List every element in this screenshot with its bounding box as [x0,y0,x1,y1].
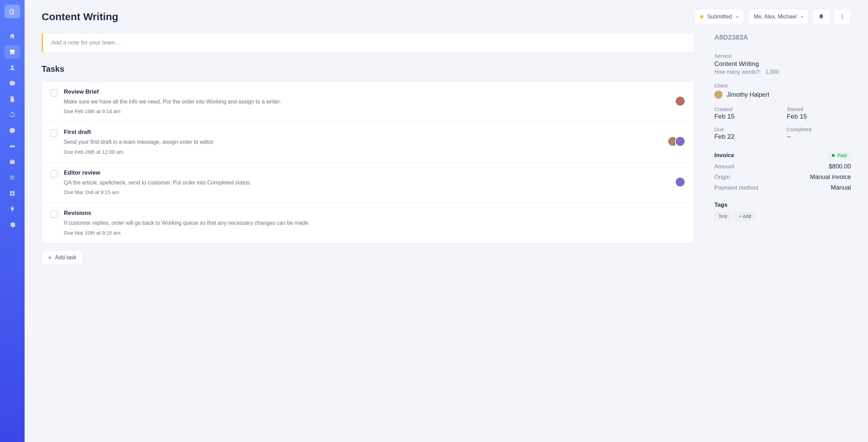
tags-row: Test+ Add [714,212,851,221]
invoice-status-badge: Paid [828,151,851,160]
add-task-label: Add task [55,254,76,261]
nav-chat[interactable] [4,77,20,90]
task-desc: Make sure we have all the info we need. … [64,98,669,106]
amount-label: Amount [714,163,734,170]
plug-icon [9,206,16,212]
more-menu-button[interactable] [834,9,851,25]
due-value: Feb 22 [714,133,779,140]
task-desc: If customer replies, order will go back … [64,219,679,227]
task-due: Due Feb 16th at 9:14 am [64,108,669,114]
app-logo[interactable] [4,5,20,18]
nav-list[interactable] [4,171,20,184]
assignee-avatar [675,136,685,147]
nav-deals[interactable] [4,139,20,153]
home-icon [9,33,16,40]
assignees-filter[interactable]: Me, Alex, Michael ▾ [748,9,809,25]
nav-inbox[interactable] [4,45,20,59]
task-due: Due Feb 28th at 12:00 am [64,149,661,155]
dots-vertical-icon [839,14,845,20]
nav-briefcase[interactable] [4,155,20,169]
page-title: Content Writing [42,11,118,23]
task-title: First draft [64,129,661,136]
svg-point-2 [842,18,843,19]
created-value: Feb 15 [714,113,779,120]
client-name: Jimothy Halpert [727,91,769,98]
task-due: Due Mar 2nd at 9:15 am [64,189,669,195]
task-desc: QA the article, spellcheck, send to cust… [64,179,669,187]
nav-integrations[interactable] [4,202,20,216]
tasks-list: Review BriefMake sure we have all the in… [42,81,694,244]
amount-value: $800.00 [829,163,851,170]
briefcase-icon [9,158,16,165]
task-body: Review BriefMake sure we have all the in… [64,88,669,114]
task-avatars [668,129,685,147]
tag-chip[interactable]: Test [714,212,731,221]
task-checkbox[interactable] [50,129,58,137]
arrow-right-icon [9,8,16,15]
task-title: Review Brief [64,88,669,95]
order-id: A8D2383A [714,33,851,41]
nav-dashboard[interactable] [4,187,20,200]
payment-method-value: Manual [831,184,851,191]
refresh-icon [9,111,16,118]
badge-icon [9,127,16,134]
client-avatar [714,91,723,99]
started-value: Feb 15 [787,113,851,120]
tags-label: Tags [714,202,851,208]
task-avatars [675,169,685,187]
add-tag-button[interactable]: + Add [735,212,755,221]
completed-label: Completed [787,126,851,132]
bell-icon [818,14,824,20]
task-body: First draftSend your first draft in a te… [64,129,661,154]
task-row: Review BriefMake sure we have all the in… [42,82,694,122]
task-desc: Send your first draft in a team message,… [64,138,661,146]
task-row: Editor reviewQA the article, spellcheck,… [42,163,694,203]
origin-label: Origin [714,174,730,181]
grid-icon [9,190,16,197]
nav-home[interactable] [4,29,20,43]
inbox-icon [9,49,16,55]
task-body: RevisionsIf customer replies, order will… [64,210,679,235]
nav-settings[interactable] [4,218,20,232]
nav-sidebar [0,0,25,442]
header-actions: Submitted ▾ Me, Alex, Michael ▾ [694,9,851,25]
svg-point-1 [842,16,843,17]
created-label: Created [714,106,779,112]
handshake-icon [9,143,16,150]
service-value: Content Writing [714,60,851,68]
task-checkbox[interactable] [50,170,58,178]
notifications-button[interactable] [813,9,830,25]
nav-files[interactable] [4,92,20,106]
origin-value: Manual invoice [810,174,851,181]
nav-profile[interactable] [4,61,20,74]
assignees-filter-label: Me, Alex, Michael [754,14,797,20]
completed-value: -- [787,133,851,140]
add-task-button[interactable]: + Add task [42,250,83,265]
person-icon [9,64,16,71]
started-label: Started [787,106,851,112]
status-filter-label: Submitted [708,14,732,20]
list-icon [9,174,16,181]
nav-sync[interactable] [4,108,20,122]
invoice-label: Invoice [714,152,734,159]
file-icon [9,96,16,102]
task-body: Editor reviewQA the article, spellcheck,… [64,169,669,195]
task-checkbox[interactable] [50,89,58,97]
service-sub-a: 1,000 [765,69,779,75]
gear-icon [9,221,16,228]
plus-icon: + [48,254,52,261]
chat-icon [9,80,16,87]
task-row: RevisionsIf customer replies, order will… [42,203,694,243]
service-label: Service [714,53,851,59]
task-title: Revisions [64,210,679,217]
nav-coupons[interactable] [4,124,20,137]
task-due: Due Mar 10th at 9:15 am [64,230,679,236]
payment-method-label: Payment method [714,184,758,191]
status-filter[interactable]: Submitted ▾ [694,9,744,25]
team-note-input[interactable]: Add a note for your team… [42,33,694,53]
client-label: Client [714,83,851,88]
tasks-heading: Tasks [42,64,694,74]
assignee-avatar [675,177,685,187]
task-checkbox[interactable] [50,210,58,218]
task-row: First draftSend your first draft in a te… [42,122,694,162]
